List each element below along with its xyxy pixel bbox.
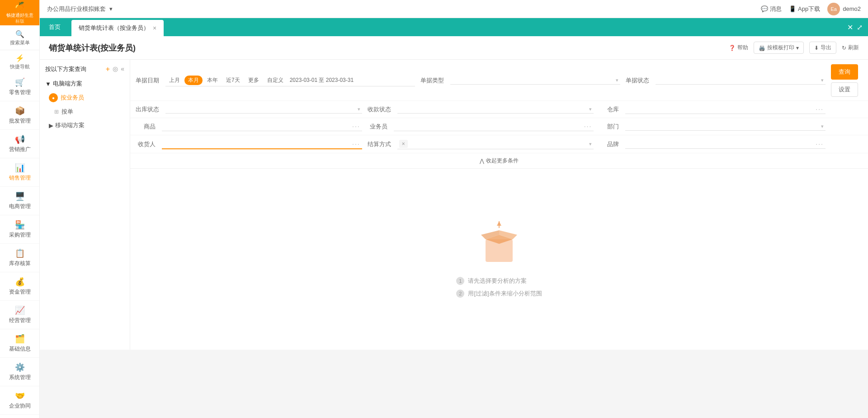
filter-row-4: 收货人 ··· 结算方式 × — [130, 135, 868, 153]
app-download-button[interactable]: 📱 App下载 — [789, 5, 820, 13]
filter-area: 按以下方案查询 + ◎ « ▼ 电脑端方案 ● 按业务员 — [40, 60, 868, 350]
query-button[interactable]: 查询 — [831, 64, 858, 80]
warehouse-select[interactable]: ··· — [625, 104, 826, 114]
message-icon: 💬 — [761, 5, 768, 12]
sidebar-item-newbie[interactable]: 🎯 新手引导 — [0, 415, 39, 418]
print-dropdown-icon: ▾ — [796, 45, 799, 51]
outstatus-select[interactable]: ▾ — [165, 105, 362, 114]
salesperson-dots-icon[interactable]: ··· — [584, 123, 592, 130]
setting-button[interactable]: 设置 — [831, 82, 858, 97]
doctype-dropdown-icon: ▾ — [616, 77, 618, 83]
date-btn-custom[interactable]: 自定义 — [264, 76, 287, 85]
salesperson-select[interactable]: ··· — [394, 122, 594, 131]
add-plan-icon[interactable]: + — [106, 65, 110, 73]
date-btn-more[interactable]: 更多 — [245, 76, 263, 85]
print-button[interactable]: 🖨️ 按模板打印 ▾ — [754, 42, 804, 54]
tab-home[interactable]: 首页 — [40, 18, 70, 36]
dept-dropdown-icon: ▾ — [821, 124, 824, 129]
receiver-text-input[interactable] — [164, 140, 352, 147]
sidebar-item-marketing[interactable]: 📢 营销推广 — [0, 130, 39, 158]
date-btn-lastmonth[interactable]: 上月 — [165, 76, 184, 85]
payment-tag: × — [399, 140, 408, 148]
refresh-button[interactable]: ↻ 刷新 — [842, 44, 859, 52]
doctype-select[interactable]: ▾ — [450, 76, 620, 85]
tab-close-icon[interactable]: × — [153, 24, 156, 32]
goods-label: 商品 — [136, 123, 159, 131]
collectstatus-select[interactable]: ▾ — [397, 105, 594, 114]
plan-item-icon: ● — [49, 93, 58, 102]
message-button[interactable]: 💬 消息 — [761, 5, 782, 13]
plan-sub-item-by-order[interactable]: ⊞ 按单 — [40, 105, 130, 119]
empty-state: 1 请先选择要分析的方案 2 用[过滤]条件来缩小分析范围 — [130, 169, 868, 350]
filter-receiver-group: 收货人 ··· — [136, 139, 362, 149]
brand-dots-icon[interactable]: ··· — [816, 140, 824, 147]
export-icon: ⬇ — [814, 45, 819, 51]
payment-tag-close[interactable]: × — [402, 141, 405, 147]
warehouse-dots-icon[interactable]: ··· — [816, 105, 824, 113]
docstatus-select[interactable]: ▾ — [656, 76, 826, 85]
sidebar-item-operations[interactable]: 📈 经营管理 — [0, 301, 39, 329]
brand-select[interactable]: ··· — [625, 139, 826, 149]
empty-icon — [472, 221, 526, 266]
sidebar-item-wholesale[interactable]: 📦 批发管理 — [0, 101, 39, 130]
sidebar-item-sales[interactable]: 📊 销售管理 — [0, 158, 39, 187]
export-button[interactable]: ⬇ 导出 — [809, 42, 836, 54]
plan-group-pc-title[interactable]: ▼ 电脑端方案 — [40, 77, 130, 90]
right-btns: 查询 设置 — [831, 64, 863, 97]
sidebar-item-system[interactable]: ⚙️ 系统管理 — [0, 358, 39, 386]
page-header: 销货单统计表(按业务员) ❓ 帮助 🖨️ 按模板打印 ▾ ⬇ 导出 ↻ 刷新 — [40, 36, 868, 60]
help-button[interactable]: ❓ 帮助 — [729, 44, 748, 52]
filter-section: 单据日期 上月 本月 本年 近7天 更多 自定义 2023-03-01 至 20… — [130, 60, 868, 169]
sidebar-item-ecommerce[interactable]: 🖥️ 电商管理 — [0, 187, 39, 215]
date-btn-7days[interactable]: 近7天 — [222, 76, 244, 85]
avatar: Ea — [827, 3, 840, 15]
date-btn-thisyear[interactable]: 本年 — [203, 76, 222, 85]
maximize-icon[interactable]: ⤢ — [857, 23, 863, 32]
plan-group-pc: ▼ 电脑端方案 ● 按业务员 ⊞ 按单 — [40, 77, 130, 119]
tabbar-actions: ✕ ⤢ — [847, 23, 868, 32]
user-menu[interactable]: Ea demo2 — [827, 3, 861, 15]
breadcrumb: 办公用品行业模拟账套 ▾ — [47, 5, 113, 13]
receiver-input[interactable]: ··· — [162, 139, 362, 149]
sidebar-item-basic[interactable]: 🗂️ 基础信息 — [0, 329, 39, 358]
plan-group-mobile[interactable]: ▶ 移动端方案 — [40, 119, 130, 132]
edit-plan-icon[interactable]: ◎ — [113, 65, 118, 73]
date-range-display: 2023-03-01 至 2023-03-31 — [290, 76, 354, 84]
logo-icon: 🍊 — [14, 1, 25, 12]
collapse-panel-icon[interactable]: « — [121, 65, 124, 73]
left-panel: 按以下方案查询 + ◎ « ▼ 电脑端方案 ● 按业务员 — [40, 60, 130, 350]
collectstatus-label: 收款状态 — [368, 105, 395, 114]
empty-tip-2: 2 用[过滤]条件来缩小分析范围 — [456, 290, 542, 298]
dept-select[interactable]: ▾ — [625, 123, 826, 131]
expand-icon-mobile: ▶ — [49, 122, 53, 129]
date-label: 单据日期 — [136, 76, 163, 85]
sidebar-item-cooperation[interactable]: 🤝 企业协同 — [0, 386, 39, 415]
close-window-icon[interactable]: ✕ — [847, 23, 853, 32]
tab-sales-report[interactable]: 销货单统计表（按业务员） × — [71, 20, 164, 36]
sidebar: 🍊 畅捷通好生意 标版 🔍 搜索菜单 ⚡ 快捷导航 🛒 零售管理 📦 批发管理 … — [0, 0, 40, 418]
sidebar-item-finance[interactable]: 💰 资金管理 — [0, 272, 39, 301]
plan-item-salesperson[interactable]: ● 按业务员 — [40, 90, 130, 105]
goods-dots-icon[interactable]: ··· — [352, 123, 360, 130]
sidebar-quick-nav[interactable]: ⚡ 快捷导航 — [0, 50, 39, 73]
page-header-actions: ❓ 帮助 🖨️ 按模板打印 ▾ ⬇ 导出 ↻ 刷新 — [729, 42, 859, 59]
doctype-label: 单据类型 — [420, 76, 448, 85]
receiver-dots-icon[interactable]: ··· — [352, 140, 360, 147]
right-content: 单据日期 上月 本月 本年 近7天 更多 自定义 2023-03-01 至 20… — [130, 60, 868, 350]
sidebar-item-retail[interactable]: 🛒 零售管理 — [0, 73, 39, 101]
left-panel-actions: + ◎ « — [106, 65, 124, 73]
sidebar-search[interactable]: 🔍 搜索菜单 — [0, 25, 39, 50]
logo-text: 畅捷通好生意 — [6, 12, 33, 18]
dept-label: 部门 — [599, 123, 623, 131]
collapse-bar[interactable]: ⋀ 收起更多条件 — [130, 153, 868, 169]
sidebar-item-purchase[interactable]: 🏪 采购管理 — [0, 215, 39, 244]
logo: 🍊 畅捷通好生意 标版 — [0, 0, 40, 25]
left-panel-title: 按以下方案查询 — [45, 65, 86, 73]
filter-row-1: 单据日期 上月 本月 本年 近7天 更多 自定义 2023-03-01 至 20… — [130, 60, 868, 101]
filter-docstatus-group: 单据状态 ▾ — [626, 76, 826, 85]
date-btn-thismonth[interactable]: 本月 — [184, 76, 203, 85]
breadcrumb-text: 办公用品行业模拟账套 — [47, 5, 106, 13]
goods-select[interactable]: ··· — [162, 122, 362, 131]
sidebar-item-inventory[interactable]: 📋 库存核算 — [0, 244, 39, 272]
payment-select[interactable]: × ▾ — [397, 139, 594, 149]
